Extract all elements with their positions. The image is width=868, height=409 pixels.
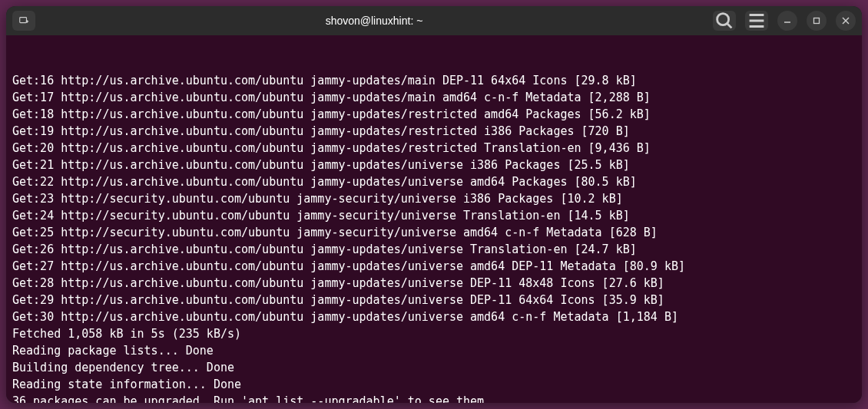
terminal-line: Get:30 http://us.archive.ubuntu.com/ubun… [12, 308, 856, 325]
minimize-button[interactable] [777, 11, 797, 31]
terminal-line: Get:24 http://security.ubuntu.com/ubuntu… [12, 207, 856, 224]
minimize-icon [783, 16, 792, 25]
terminal-lines: Get:16 http://us.archive.ubuntu.com/ubun… [12, 72, 856, 403]
terminal-line: Get:26 http://us.archive.ubuntu.com/ubun… [12, 241, 856, 258]
window-title: shovon@linuxhint: ~ [41, 15, 707, 27]
search-icon [713, 9, 736, 32]
terminal-line: Get:17 http://us.archive.ubuntu.com/ubun… [12, 89, 856, 106]
terminal-line: Get:29 http://us.archive.ubuntu.com/ubun… [12, 292, 856, 308]
terminal-line: Get:23 http://security.ubuntu.com/ubuntu… [12, 190, 856, 207]
terminal-line: Fetched 1,058 kB in 5s (235 kB/s) [12, 325, 856, 342]
terminal-line: Get:18 http://us.archive.ubuntu.com/ubun… [12, 106, 856, 123]
svg-rect-0 [20, 18, 27, 23]
close-button[interactable] [836, 11, 856, 31]
hamburger-icon [745, 9, 768, 32]
titlebar: shovon@linuxhint: ~ [6, 6, 862, 35]
terminal-window: shovon@linuxhint: ~ [6, 6, 862, 403]
terminal-line: Building dependency tree... Done [12, 359, 856, 376]
new-tab-button[interactable] [12, 11, 35, 31]
terminal-line: Reading package lists... Done [12, 342, 856, 359]
svg-line-4 [727, 24, 732, 28]
terminal-line: Reading state information... Done [12, 376, 856, 393]
svg-point-3 [717, 14, 729, 25]
terminal-line: Get:27 http://us.archive.ubuntu.com/ubun… [12, 258, 856, 275]
search-button[interactable] [713, 11, 736, 31]
terminal-line: 36 packages can be upgraded. Run 'apt li… [12, 393, 856, 403]
terminal-line: Get:22 http://us.archive.ubuntu.com/ubun… [12, 173, 856, 190]
maximize-icon [812, 16, 821, 25]
titlebar-right [713, 11, 856, 31]
terminal-line: Get:28 http://us.archive.ubuntu.com/ubun… [12, 275, 856, 292]
terminal-line: Get:21 http://us.archive.ubuntu.com/ubun… [12, 157, 856, 173]
terminal-line: Get:25 http://security.ubuntu.com/ubuntu… [12, 224, 856, 241]
menu-button[interactable] [745, 11, 768, 31]
terminal-output[interactable]: Get:16 http://us.archive.ubuntu.com/ubun… [6, 35, 862, 403]
maximize-button[interactable] [807, 11, 827, 31]
titlebar-left [12, 11, 35, 31]
svg-rect-9 [814, 18, 820, 24]
terminal-line: Get:19 http://us.archive.ubuntu.com/ubun… [12, 123, 856, 140]
close-icon [841, 16, 850, 25]
terminal-line: Get:16 http://us.archive.ubuntu.com/ubun… [12, 72, 856, 89]
new-tab-icon [18, 15, 29, 26]
terminal-line: Get:20 http://us.archive.ubuntu.com/ubun… [12, 140, 856, 157]
